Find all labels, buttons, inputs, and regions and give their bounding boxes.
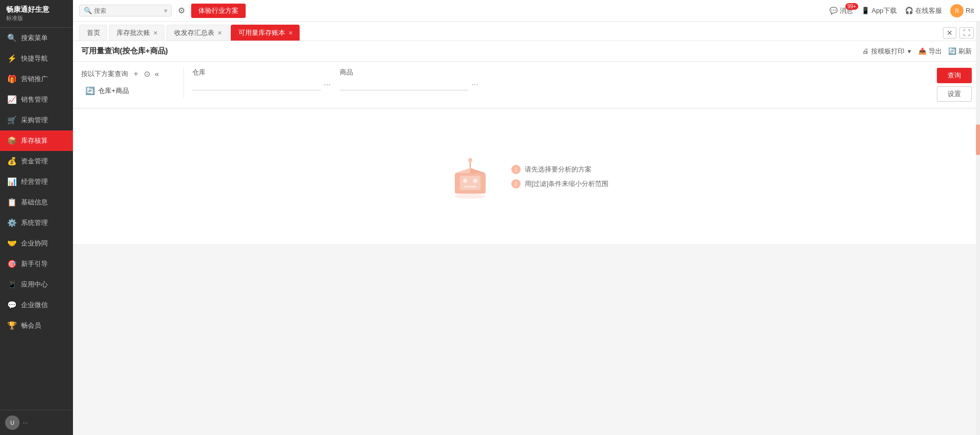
printer-icon: 🖨 [862,47,869,55]
sidebar-item-quick-nav[interactable]: ⚡ 快捷导航 [0,48,73,69]
tab-batch-account[interactable]: 库存批次账 ✕ [109,25,164,41]
tip-num-1: 1 [511,165,521,174]
membership-icon: 🏆 [7,321,17,330]
warehouse-label: 仓库 [192,68,331,77]
filter-scheme-actions: ＋ ⊙ « [131,68,160,80]
filter-fields: 仓库 ··· 商品 ··· 查询 设置 [184,68,972,102]
notification-button[interactable]: 💬 消息 99+ [829,6,853,15]
trial-button[interactable]: 体验行业方案 [191,4,246,18]
warehouse-more-button[interactable]: ··· [323,79,331,90]
manage-scheme-button[interactable]: ⊙ [143,68,152,80]
sidebar-item-finance[interactable]: 💰 资金管理 [0,151,73,172]
gift-icon: 🎁 [7,74,17,84]
notification-icon: 💬 [829,7,838,14]
svg-marker-2 [470,168,486,173]
online-service-button[interactable]: 🎧 在线客服 [905,6,942,15]
sidebar-item-enterprise[interactable]: 🤝 企业协同 [0,233,73,254]
dropdown-arrow-icon: ▼ [163,8,169,14]
app-title: 畅康通好生意 [6,5,67,14]
sidebar-item-membership[interactable]: 🏆 畅会员 [0,315,73,336]
tab-controls: ✕ ⛶ [943,27,974,41]
inventory-icon: 📦 [7,136,17,145]
svg-point-5 [473,179,477,183]
sidebar-item-app-center[interactable]: 📱 应用中心 [0,274,73,295]
search-icon-header: 🔍 [84,7,92,14]
sidebar-nav: 🔍 搜索菜单 ⚡ 快捷导航 🎁 营销推广 📈 销售管理 🛒 采购管理 📦 库存核… [0,28,73,410]
product-input[interactable] [340,79,468,90]
scheme-warehouse-product[interactable]: 🔄 仓库+商品 [81,84,177,98]
filter-scheme-panel: 按以下方案查询 ＋ ⊙ « 🔄 仓库+商品 [81,68,184,98]
sidebar-item-search[interactable]: 🔍 搜索菜单 [0,28,73,48]
export-button[interactable]: 📤 导出 [918,47,942,56]
app-center-icon: 📱 [7,280,17,289]
close-all-tabs-button[interactable]: ✕ [943,27,956,39]
sidebar-user[interactable]: U ··· [0,410,73,435]
tab-home[interactable]: 首页 [79,25,107,41]
query-button[interactable]: 查询 [937,68,972,83]
refresh-button[interactable]: 🔄 刷新 [948,47,972,56]
app-download-button[interactable]: 📱 App下载 [861,6,897,15]
page-content: 可用量查询(按仓库+商品) 🖨 按模板打印 ▼ 📤 导出 🔄 刷新 [73,41,980,435]
sidebar-item-wechat[interactable]: 💬 企业微信 [0,295,73,315]
product-filter-field: 商品 ··· [340,68,479,90]
operations-icon: 📊 [7,177,17,186]
search-box[interactable]: 🔍 ▼ [79,5,172,16]
tab-receipt-summary[interactable]: 收发存汇总表 ✕ [167,25,229,41]
warehouse-input[interactable] [192,79,321,90]
filter-action-buttons: 查询 设置 [929,68,972,102]
settings-gear-button[interactable]: ⚙ [176,4,187,17]
filter-settings-button[interactable]: 设置 [937,86,972,102]
sidebar-item-marketing[interactable]: 🎁 营销推广 [0,69,73,89]
add-scheme-button[interactable]: ＋ [131,68,141,80]
page-actions: 🖨 按模板打印 ▼ 📤 导出 🔄 刷新 [862,47,972,56]
scrollbar-thumb[interactable] [976,124,980,155]
purchase-icon: 🛒 [7,116,17,125]
product-more-button[interactable]: ··· [470,79,479,90]
svg-rect-6 [464,186,476,187]
sidebar-item-onboarding[interactable]: 🎯 新手引导 [0,254,73,274]
notification-badge: 99+ [845,3,858,10]
svg-point-9 [455,194,486,199]
svg-marker-1 [455,168,470,173]
sidebar-item-system[interactable]: ⚙️ 系统管理 [0,213,73,233]
scheme-icon: 🔄 [85,86,95,96]
empty-illustration [445,150,496,203]
print-button[interactable]: 🖨 按模板打印 ▼ [862,47,912,56]
username: Rit [966,7,974,14]
header-right: 💬 消息 99+ 📱 App下载 🎧 在线客服 R Rit [829,4,974,17]
page-header: 可用量查询(按仓库+商品) 🖨 按模板打印 ▼ 📤 导出 🔄 刷新 [73,41,980,62]
tip-num-2: 2 [511,179,521,188]
user-menu[interactable]: R Rit [950,4,974,17]
right-scrollbar[interactable] [976,22,980,435]
search-input[interactable] [94,7,161,14]
onboarding-icon: 🎯 [7,259,17,269]
sidebar: 畅康通好生意 标准版 🔍 搜索菜单 ⚡ 快捷导航 🎁 营销推广 📈 销售管理 🛒… [0,0,73,435]
sidebar-logo: 畅康通好生意 标准版 [0,0,73,28]
tab-bar: 首页 库存批次账 ✕ 收发存汇总表 ✕ 可用量库存账本 ✕ ✕ ⛶ [73,22,980,41]
search-icon: 🔍 [7,33,17,43]
refresh-icon: 🔄 [948,47,956,55]
top-header: 🔍 ▼ ⚙ 体验行业方案 💬 消息 99+ 📱 App下载 🎧 在线客服 R [73,0,980,22]
sidebar-item-sales[interactable]: 📈 销售管理 [0,89,73,110]
sidebar-item-inventory[interactable]: 📦 库存核算 [0,130,73,151]
collapse-scheme-button[interactable]: « [154,68,160,79]
app-subtitle: 标准版 [6,14,67,22]
close-tab-receipt-summary[interactable]: ✕ [217,30,222,36]
export-icon: 📤 [918,47,927,55]
sidebar-item-operations[interactable]: 📊 经营管理 [0,172,73,192]
main-area: 🔍 ▼ ⚙ 体验行业方案 💬 消息 99+ 📱 App下载 🎧 在线客服 R [73,0,980,435]
headset-icon: 🎧 [905,7,913,14]
tip-item-1: 1 请先选择要分析的方案 [511,165,608,174]
quick-nav-icon: ⚡ [7,54,17,63]
tab-available-account[interactable]: 可用量库存账本 ✕ [231,25,300,41]
sidebar-item-basic-info[interactable]: 📋 基础信息 [0,192,73,213]
phone-icon: 📱 [861,7,870,14]
fullscreen-button[interactable]: ⛶ [959,27,974,39]
filter-scheme-header: 按以下方案查询 ＋ ⊙ « [81,68,177,80]
close-tab-batch-account[interactable]: ✕ [153,30,158,36]
svg-point-8 [468,158,472,162]
sales-icon: 📈 [7,95,17,104]
close-tab-available-account[interactable]: ✕ [288,30,293,36]
sidebar-item-purchase[interactable]: 🛒 采购管理 [0,110,73,130]
avatar: U [5,415,20,430]
